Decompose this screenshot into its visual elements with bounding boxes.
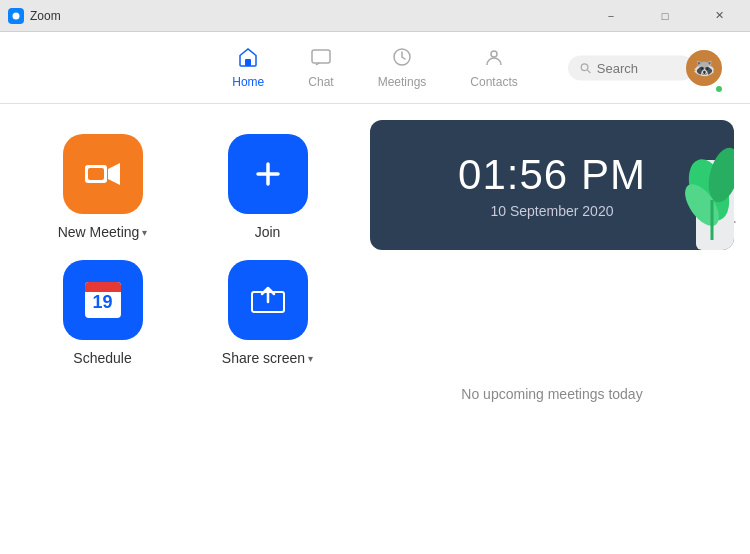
left-panel: New Meeting ▾ Join [0,104,370,554]
join-label: Join [255,224,281,240]
schedule-item[interactable]: 19 Schedule [40,260,165,366]
search-icon [580,61,591,74]
plant-decoration [654,120,734,250]
tab-contacts-label: Contacts [470,75,517,89]
minimize-button[interactable]: − [588,0,634,32]
svg-line-7 [588,70,591,73]
schedule-label: Schedule [73,350,131,366]
action-grid: New Meeting ▾ Join [40,134,330,366]
svg-rect-11 [88,168,104,180]
search-bar[interactable] [568,55,694,80]
nav-bar: Home Chat Meetings [0,32,750,104]
main-content: New Meeting ▾ Join [0,104,750,554]
share-screen-item[interactable]: Share screen ▾ [205,260,330,366]
presence-dot [714,84,724,94]
svg-point-6 [581,63,588,70]
plus-icon [250,156,286,192]
search-input[interactable] [597,60,682,75]
svg-rect-2 [245,59,251,66]
calendar-icon: 19 [85,282,121,318]
meetings-icon [391,46,413,71]
tab-meetings-label: Meetings [378,75,427,89]
avatar[interactable]: 🦝 [686,50,722,86]
camera-icon [85,160,121,188]
svg-rect-3 [312,50,330,63]
nav-tabs: Home Chat Meetings [210,38,539,97]
svg-point-5 [491,51,497,57]
app-title: Zoom [30,9,588,23]
home-icon [237,46,259,71]
clock-date: 10 September 2020 [491,203,614,219]
join-button[interactable] [228,134,308,214]
tab-meetings[interactable]: Meetings [356,38,449,97]
share-screen-label: Share screen ▾ [222,350,313,366]
tab-home-label: Home [232,75,264,89]
title-bar: Zoom − □ ✕ [0,0,750,32]
chat-icon [310,46,332,71]
maximize-button[interactable]: □ [642,0,688,32]
new-meeting-label: New Meeting ▾ [58,224,148,240]
tab-chat[interactable]: Chat [286,38,355,97]
tab-contacts[interactable]: Contacts [448,38,539,97]
svg-point-1 [13,12,20,19]
schedule-button[interactable]: 19 [63,260,143,340]
contacts-icon [483,46,505,71]
app-icon [8,8,24,24]
new-meeting-item[interactable]: New Meeting ▾ [40,134,165,240]
share-screen-icon [250,284,286,316]
new-meeting-button[interactable] [63,134,143,214]
share-screen-button[interactable] [228,260,308,340]
close-button[interactable]: ✕ [696,0,742,32]
chevron-icon: ▾ [308,353,313,364]
chevron-icon: ▾ [142,227,147,238]
svg-marker-10 [108,163,120,185]
right-panel: 01:56 PM 10 September 2020 No upcoming m… [370,104,750,554]
join-item[interactable]: Join [205,134,330,240]
tab-chat-label: Chat [308,75,333,89]
clock-card: 01:56 PM 10 September 2020 [370,120,734,250]
no-meetings-message: No upcoming meetings today [370,250,734,538]
clock-time: 01:56 PM [458,151,646,199]
tab-home[interactable]: Home [210,38,286,97]
window-controls: − □ ✕ [588,0,742,32]
